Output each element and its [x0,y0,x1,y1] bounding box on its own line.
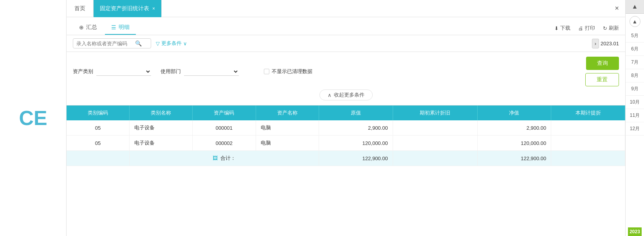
tab-detail[interactable]: ☰ 明细 [105,21,136,35]
total-icon: 🖼 [213,155,218,161]
month-7[interactable]: 7月 [626,56,644,69]
collapse-button[interactable]: ∧ 收起更多条件 [319,89,373,100]
more-conditions-button[interactable]: ▽ 更多条件 ∨ [156,40,187,47]
total-original-value: 122,900.00 [319,151,393,166]
tab-bar: 首页 固定资产折旧统计表 × × [67,0,625,17]
print-button[interactable]: 🖨 打印 [578,25,595,32]
month-12[interactable]: 12月 [626,122,644,136]
cell-accumulated-depreciation-1 [393,120,477,136]
cell-net-value-1: 2,900.00 [477,120,551,136]
filter-department: 使用部门 [161,67,239,76]
filter-icon: ▽ [156,41,160,46]
main-content: 首页 固定资产折旧统计表 × × ⊕ 汇总 ☰ 明细 ⬇ 下载 🖨 [67,0,625,236]
cell-asset-name-1: 电脑 [256,120,319,136]
col-accumulated-depreciation: 期初累计折旧 [393,105,477,120]
cell-original-value-1: 2,900.00 [319,120,393,136]
filter-area: 资产类别 使用部门 不显示已清理数据 查询 重置 ∧ [67,52,625,105]
month-5[interactable]: 5月 [626,29,644,43]
table-area: 类别编码 类别名称 资产编码 资产名称 原值 期初累计折旧 净值 本期计提折 0… [67,105,625,236]
tab-close-icon[interactable]: × [152,6,155,11]
logo-area: CE [0,0,67,236]
filter-row: 资产类别 使用部门 不显示已清理数据 查询 重置 [73,57,619,86]
col-category-name: 类别名称 [129,105,192,120]
date-nav: › 2023.01 [592,39,619,48]
detail-icon: ☰ [111,24,116,30]
month-9[interactable]: 9月 [626,82,644,96]
query-button[interactable]: 查询 [586,57,619,70]
col-current-depreciation: 本期计提折 [551,105,625,120]
total-cell-empty-1 [67,151,129,166]
download-button[interactable]: ⬇ 下载 [554,25,570,32]
month-10[interactable]: 10月 [626,96,644,109]
cell-category-name-1: 电子设备 [129,120,192,136]
total-label: 合计： [220,155,236,161]
cell-net-value-2: 120,000.00 [477,136,551,151]
sidebar-circle-up[interactable]: ▲ [630,16,640,27]
col-asset-name: 资产名称 [256,105,319,120]
cell-original-value-2: 120,000.00 [319,136,393,151]
logo-text: CE [19,108,47,128]
reset-button[interactable]: 重置 [585,73,619,86]
sidebar-months: 5月 6月 7月 8月 9月 10月 11月 12月 [626,29,644,136]
cell-asset-code-1: 000001 [193,120,256,136]
cell-accumulated-depreciation-2 [393,136,477,151]
total-current-depreciation [551,151,625,166]
sub-tabs: ⊕ 汇总 ☰ 明细 [73,21,136,35]
current-date: 2023.01 [601,41,619,46]
month-8[interactable]: 8月 [626,69,644,82]
refresh-label: 刷新 [609,25,619,32]
refresh-button[interactable]: ↻ 刷新 [603,25,619,32]
summary-icon: ⊕ [79,24,84,30]
chevron-down-icon: ∨ [183,41,187,46]
filter-asset-category: 资产类别 [73,67,151,76]
col-net-value: 净值 [477,105,551,120]
collapse-label: 收起更多条件 [334,91,364,98]
total-net-value: 122,900.00 [477,151,551,166]
year-badge[interactable]: 2023 [628,227,642,236]
col-category-code: 类别编码 [67,105,129,120]
date-nav-arrow[interactable]: › [592,39,599,48]
tab-active-label: 固定资产折旧统计表 [100,5,149,12]
total-row: 🖼 合计： 122,900.00 122,900.00 [67,151,625,166]
department-select[interactable] [184,67,239,76]
data-table: 类别编码 类别名称 资产编码 资产名称 原值 期初累计折旧 净值 本期计提折 0… [67,105,625,166]
table-row: 05 电子设备 000001 电脑 2,900.00 2,900.00 [67,120,625,136]
collapse-icon: ∧ [328,92,332,98]
download-label: 下载 [560,25,570,32]
department-label: 使用部门 [161,68,181,75]
tab-active[interactable]: 固定资产折旧统计表 × [94,0,162,17]
filter-buttons: 查询 重置 [585,57,619,86]
col-asset-code: 资产编码 [193,105,256,120]
toolbar-right: ⬇ 下载 🖨 打印 ↻ 刷新 [554,25,619,35]
month-6[interactable]: 6月 [626,43,644,56]
cell-category-name-2: 电子设备 [129,136,192,151]
cell-asset-name-2: 电脑 [256,136,319,151]
search-bar: 🔍 ▽ 更多条件 ∨ › 2023.01 [67,35,625,52]
tab-home[interactable]: 首页 [67,0,94,17]
table-header-row: 类别编码 类别名称 资产编码 资产名称 原值 期初累计折旧 净值 本期计提折 [67,105,625,120]
refresh-icon: ↻ [603,25,607,31]
total-accumulated-depreciation [393,151,477,166]
search-icon: 🔍 [135,40,142,46]
print-label: 打印 [585,25,595,32]
hide-cleared-checkbox[interactable] [264,69,269,74]
month-11[interactable]: 11月 [626,109,644,122]
download-icon: ⬇ [554,25,559,31]
hide-cleared-label: 不显示已清理数据 [272,68,312,75]
sub-tab-bar: ⊕ 汇总 ☰ 明细 ⬇ 下载 🖨 打印 ↻ 刷新 [67,17,625,35]
sidebar-up-arrow[interactable]: ▲ [626,0,644,14]
table-row: 05 电子设备 000002 电脑 120,000.00 120,000.00 [67,136,625,151]
tab-summary-label: 汇总 [86,24,97,31]
col-original-value: 原值 [319,105,393,120]
search-input-wrapper[interactable]: 🔍 [73,38,151,48]
asset-category-select[interactable] [96,67,151,76]
print-icon: 🖨 [578,25,583,31]
more-conditions-label: 更多条件 [161,40,182,47]
asset-category-label: 资产类别 [73,68,93,75]
search-input[interactable] [76,41,135,46]
cell-category-code-2: 05 [67,136,129,151]
window-close-button[interactable]: × [608,0,625,17]
cell-current-depreciation-1 [551,120,625,136]
total-label-cell: 🖼 合计： [129,151,319,166]
tab-summary[interactable]: ⊕ 汇总 [73,21,103,35]
